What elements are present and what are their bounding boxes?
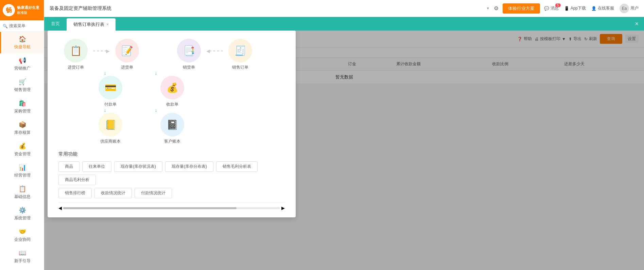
trial-button[interactable]: 体验行业方案 <box>503 3 540 14</box>
customer-ledger-circle: 📓 <box>160 113 184 137</box>
message-icon: 💬 <box>544 6 549 11</box>
tab-sales-order[interactable]: 销售订单执行表 × <box>67 18 116 31</box>
sidebar-nav: 🏠 快捷导航 📢 营销推广 🛒 销售管理 🛍️ 采购管理 📦 库存核算 💰 <box>0 32 44 270</box>
system-icon: ⚙️ <box>19 206 26 214</box>
flow-node-receipt[interactable]: 💰 收款单 <box>160 76 184 107</box>
user-avatar: Ea <box>620 4 629 13</box>
sales-order-icon: 🧾 <box>234 45 246 56</box>
flow-node-customer-ledger[interactable]: 📓 客户账本 <box>160 113 184 144</box>
payment-label: 付款单 <box>104 102 117 107</box>
message-button[interactable]: 💬 消息 5 <box>544 5 559 11</box>
sales-bill-icon: 📑 <box>183 45 195 56</box>
func-buttons-row2: 销售排行榜 收款情况统计 付款情况统计 <box>58 188 285 198</box>
overlay[interactable]: 📋 进货订单 ▶ 📝 <box>44 31 644 270</box>
func-btn-sales-profit[interactable]: 销售毛利分析表 <box>216 161 258 172</box>
tab-home[interactable]: 首页 <box>44 17 67 31</box>
func-btn-stock-status[interactable]: 现存量(库存状况表) <box>114 161 162 172</box>
flow-row5: 📒 供应商账本 📓 客户账本 <box>58 113 285 144</box>
flow-node-purchase-bill[interactable]: 📝 进货单 <box>115 39 139 70</box>
flow-arrow1: ▶ <box>93 48 110 61</box>
sidebar-item-label: 企业协同 <box>14 237 31 242</box>
func-btn-payment-stats[interactable]: 付款情况统计 <box>135 188 172 198</box>
down-arrow4: ↓ <box>144 107 168 113</box>
scroll-track[interactable] <box>63 207 280 209</box>
tabbar: 首页 销售订单执行表 × × <box>44 17 644 31</box>
flow-node-sales-order[interactable]: 🧾 销售订单 <box>228 39 252 70</box>
flow-row3: 💳 付款单 💰 收款单 <box>58 76 285 107</box>
sidebar: 畅 畅康通好生意 标准版 🔍 搜索菜单 🏠 快捷导航 📢 营销推广 🛒 销售管理 <box>0 0 44 270</box>
page-content: yyyy-mm-dd 📅 单据状态 ▼ ❓ 帮助 🖨 按模板 <box>44 31 644 270</box>
receipt-icon: 💰 <box>167 82 178 93</box>
scroll-left-icon[interactable]: ◀ <box>58 205 62 211</box>
down-arrow3: ↓ <box>93 107 117 113</box>
supplier-ledger-circle: 📒 <box>99 113 122 137</box>
flow-node-sales-bill[interactable]: 📑 销货单 <box>177 39 201 70</box>
func-btn-sales-rank[interactable]: 销售排行榜 <box>58 188 92 198</box>
common-functions: 常用功能 商品 往来单位 现存量(库存状况表) 现存量(库存分布表) 销售毛利分… <box>58 151 285 198</box>
service-label: 在线客服 <box>598 5 614 11</box>
flow-node-supplier-ledger[interactable]: 📒 供应商账本 <box>99 113 122 144</box>
receipt-label: 收款单 <box>166 102 178 107</box>
payment-icon: 💳 <box>105 82 117 93</box>
logo-title: 畅康通好生意 <box>17 5 39 10</box>
operations-icon: 📊 <box>19 164 26 171</box>
flow-row4: ↓ ↓ <box>58 107 285 113</box>
flow-node-purchase-order[interactable]: 📋 进货订单 <box>64 39 88 70</box>
sidebar-item-label: 销售管理 <box>14 87 31 93</box>
func-btn-goods-profit[interactable]: 商品毛利分析 <box>58 175 96 185</box>
system-title: 装备及固定资产辅助管理系统 <box>50 5 482 12</box>
purchase-icon: 🛍️ <box>19 100 26 107</box>
sidebar-item-purchase[interactable]: 🛍️ 采购管理 <box>0 96 44 118</box>
sidebar-item-basic-info[interactable]: 📋 基础信息 <box>0 182 44 203</box>
purchase-order-circle: 📋 <box>64 39 88 62</box>
app-logo: 畅 畅康通好生意 标准版 <box>0 0 44 20</box>
guide-icon: 📖 <box>19 249 26 257</box>
sidebar-item-guide[interactable]: 📖 新手引导 <box>0 246 44 267</box>
flow-arrow2: ◀ <box>206 48 223 61</box>
user-name: 用户 <box>630 5 639 11</box>
sidebar-search[interactable]: 🔍 搜索菜单 <box>0 20 44 32</box>
sidebar-item-marketing[interactable]: 📢 营销推广 <box>0 53 44 75</box>
logo-sub: 标准版 <box>17 11 39 15</box>
func-buttons-row1: 商品 往来单位 现存量(库存状况表) 现存量(库存分布表) 销售毛利分析表 商品… <box>58 161 285 185</box>
func-btn-stock-dist[interactable]: 现存量(库存分布表) <box>165 161 213 172</box>
purchase-bill-icon: 📝 <box>121 45 133 56</box>
purchase-bill-label: 进货单 <box>121 65 133 70</box>
sidebar-item-system[interactable]: ⚙️ 系统管理 <box>0 203 44 224</box>
flow-row2: ↓ ↓ <box>58 70 285 76</box>
tab-home-label: 首页 <box>51 21 60 27</box>
sidebar-item-quick-nav[interactable]: 🏠 快捷导航 <box>0 32 44 53</box>
scroll-right-icon[interactable]: ▶ <box>281 205 285 211</box>
topbar-right: 💬 消息 5 📱 App下载 👤 在线客服 Ea 用户 <box>544 4 639 13</box>
app-download-icon: 📱 <box>564 6 569 11</box>
sidebar-item-enterprise[interactable]: 🤝 企业协同 <box>0 224 44 246</box>
dropdown-arrow-icon: ▼ <box>486 6 490 10</box>
func-btn-receipt-stats[interactable]: 收款情况统计 <box>94 188 132 198</box>
sales-order-label: 销售订单 <box>232 65 248 70</box>
sidebar-item-inventory[interactable]: 📦 库存核算 <box>0 118 44 139</box>
inventory-icon: 📦 <box>19 121 26 128</box>
online-service-button[interactable]: 👤 在线客服 <box>591 5 614 11</box>
tab-close-icon[interactable]: × <box>106 22 109 27</box>
search-label: 搜索菜单 <box>9 23 25 29</box>
sidebar-item-operations[interactable]: 📊 经营管理 <box>0 160 44 182</box>
app-download-button[interactable]: 📱 App下载 <box>564 5 586 11</box>
logo-icon: 畅 <box>3 4 15 16</box>
flow-node-payment[interactable]: 💳 付款单 <box>99 76 122 107</box>
sidebar-item-sales[interactable]: 🛒 销售管理 <box>0 75 44 96</box>
tabbar-close-button[interactable]: × <box>629 20 644 28</box>
finance-icon: 💰 <box>19 142 26 150</box>
sidebar-item-finance[interactable]: 💰 资金管理 <box>0 139 44 160</box>
sales-bill-label: 销货单 <box>183 65 195 70</box>
basic-info-icon: 📋 <box>19 185 26 193</box>
user-profile[interactable]: Ea 用户 <box>620 4 639 13</box>
receipt-circle: 💰 <box>160 76 184 100</box>
settings-icon[interactable]: ⚙ <box>494 5 499 12</box>
func-btn-counterparty[interactable]: 往来单位 <box>82 161 111 172</box>
service-icon: 👤 <box>591 6 596 11</box>
sidebar-item-label: 采购管理 <box>14 108 31 114</box>
sidebar-item-label: 新手引导 <box>14 258 31 264</box>
func-btn-goods[interactable]: 商品 <box>58 161 80 172</box>
sales-order-circle: 🧾 <box>228 39 252 62</box>
customer-ledger-label: 客户账本 <box>164 139 180 144</box>
